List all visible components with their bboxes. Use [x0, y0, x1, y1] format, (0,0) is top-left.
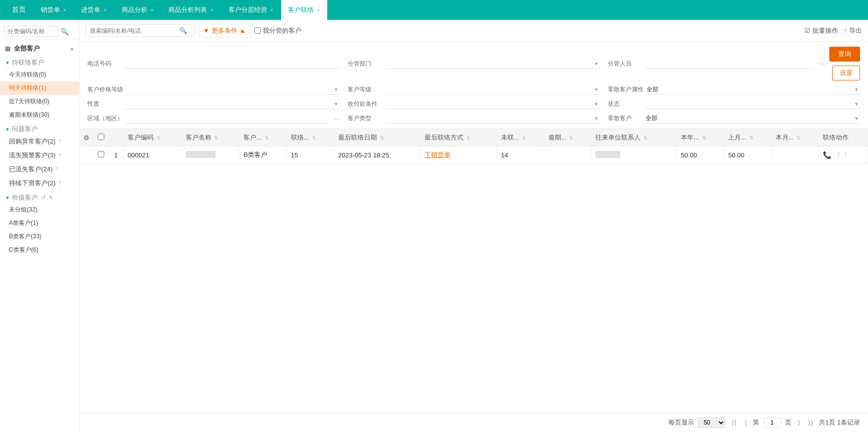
sort-icon-contact-count[interactable]: ⇅ [312, 135, 316, 141]
sidebar-item-warning[interactable]: 流失预警客户(3) ? [0, 148, 79, 162]
search-icon[interactable]: 🔍 [179, 27, 187, 34]
triangle-icon-3: ▼ [5, 195, 10, 201]
filter-select-payment-wrap [385, 99, 600, 109]
nav-close-product-list[interactable]: × [210, 7, 213, 13]
nav-close-sales[interactable]: × [63, 7, 66, 13]
filter-dots-region[interactable]: ··· [334, 115, 340, 123]
filter-retail: 零散客户 全部 [608, 113, 860, 124]
nav-close-product-analysis[interactable]: × [150, 7, 153, 13]
refresh-icon[interactable]: ↺ [41, 194, 46, 201]
sort-icon-this-month[interactable]: ⇅ [796, 135, 800, 141]
filter-select-retail[interactable]: 全部 [646, 113, 860, 124]
nav-close-customer-contact[interactable]: × [317, 7, 320, 13]
filter-select-payment[interactable] [385, 99, 600, 109]
sort-icon-last-date[interactable]: ⇅ [380, 135, 384, 141]
select-all-checkbox[interactable] [98, 134, 104, 140]
sidebar-item-today[interactable]: 今天待联络(0) [0, 68, 79, 81]
top-nav: 首页 销货单 × 进货单 × 商品分析 × 商品分析列表 × 客户分层经营 × … [0, 0, 868, 20]
more-filter-btn[interactable]: ▼ 更多条件 ▲ [199, 24, 250, 38]
row-checkbox[interactable] [98, 151, 104, 157]
prev-page-btn[interactable]: ⟨ [742, 418, 749, 428]
filter-select-nature[interactable] [125, 99, 340, 109]
sidebar-item-classC[interactable]: C类客户(6) [0, 243, 79, 257]
sidebar-item-tomorrow[interactable]: 明天待联络(1) [0, 81, 79, 95]
my-customers-checkbox-label[interactable]: 我分管的客户 [254, 26, 301, 35]
nav-item-product-analysis[interactable]: 商品分析 × [115, 0, 160, 20]
sidebar-item-classB[interactable]: B类客户(33) [0, 230, 79, 243]
filter-panel: 电话号码 分管部门 分管人员 ··· 查询 设置 [79, 42, 868, 129]
all-customers-header[interactable]: ⊞ 全部客户 « [0, 42, 79, 55]
filter-select-cust-type[interactable] [385, 113, 600, 124]
th-contact-count: 联络... ⇅ [287, 129, 334, 146]
sort-icon-code[interactable]: ⇅ [156, 135, 160, 141]
sidebar-item-7days[interactable]: 近7天待联络(0) [0, 95, 79, 108]
help-icon-4: ? [58, 180, 61, 186]
settings-gear-icon[interactable]: ⚙ [83, 134, 89, 142]
filter-input-manager[interactable] [646, 59, 815, 69]
sort-icon-name[interactable]: ⇅ [214, 135, 218, 141]
sort-icon-last-month[interactable]: ⇅ [749, 135, 753, 141]
set-button[interactable]: 设置 [832, 66, 860, 80]
sort-icon-overdue[interactable]: ⇅ [569, 135, 573, 141]
th-un-contact: 未联... ⇅ [497, 129, 544, 146]
sidebar-search-icon[interactable]: 🔍 [61, 28, 69, 35]
page-input[interactable] [763, 418, 781, 428]
filter-dots-manager[interactable]: ··· [820, 60, 826, 68]
th-last-month: 上月... ⇅ [724, 129, 771, 146]
nav-item-purchase[interactable]: 进货单 × [74, 0, 113, 20]
sidebar-search-input[interactable] [4, 26, 59, 37]
nav-item-customer-tier[interactable]: 客户分层经营 × [221, 0, 280, 20]
export-btn[interactable]: ↑ 导出 [844, 26, 863, 35]
filter-select-nature-wrap [125, 99, 340, 109]
filter-label-nature: 性质 [87, 100, 122, 108]
sort-icon-category[interactable]: ⇅ [265, 135, 269, 141]
sidebar-item-declining[interactable]: 持续下滑客户(2) ? [0, 176, 79, 190]
nav-home[interactable]: 首页 [5, 0, 33, 20]
next-page-btn[interactable]: ⟩ [796, 418, 802, 428]
row-settings [79, 146, 94, 164]
nav-close-customer-tier[interactable]: × [270, 7, 273, 13]
batch-op-btn[interactable]: ☑ 批量操作 [804, 26, 838, 35]
th-code: 客户编码 ⇅ [124, 129, 182, 146]
toolbar-right: ☑ 批量操作 ↑ 导出 [804, 26, 863, 35]
nav-item-sales[interactable]: 销货单 × [34, 0, 73, 20]
link-sales-order[interactable]: 下销货单 [425, 151, 450, 158]
main-layout: 🔍 ⊞ 全部客户 « ▼ 待联络客户 今天待联络(0) 明天待联络(1) 近7天… [0, 20, 868, 432]
filter-select-retail-attr[interactable]: 全部 [647, 84, 860, 95]
checkbox-icon: ☑ [804, 27, 810, 34]
filter-payment: 收付款条件 [348, 99, 600, 109]
filter-select-status[interactable] [646, 99, 860, 109]
per-page-select[interactable]: 50 100 200 [698, 417, 725, 428]
filter-input-region[interactable] [126, 113, 329, 124]
query-button[interactable]: 查询 [829, 47, 860, 62]
th-name: 客户名称 ⇅ [181, 129, 239, 146]
page-end-label: 页 [785, 418, 792, 427]
filter-select-cust-level[interactable] [385, 84, 600, 95]
sort-icon-last-method[interactable]: ⇅ [466, 135, 470, 141]
last-page-btn[interactable]: ⟩⟩ [806, 418, 815, 428]
nav-item-customer-contact[interactable]: 客户联络 × [281, 0, 327, 20]
my-customers-checkbox[interactable] [254, 27, 261, 34]
sidebar-item-overdue[interactable]: 逾期未联络(30) [0, 108, 79, 122]
sidebar-item-lost[interactable]: 已流失客户(24) ? [0, 162, 79, 176]
sort-icon-contact-person[interactable]: ⇅ [644, 135, 648, 141]
search-input[interactable] [90, 27, 179, 34]
filter-input-phone[interactable] [125, 59, 340, 69]
filter-select-price[interactable] [126, 84, 340, 95]
action-phone-icon[interactable]: 📞 [823, 151, 831, 159]
sidebar-collapse-icon[interactable]: « [70, 45, 74, 53]
first-page-btn[interactable]: ⟨⟨ [729, 418, 738, 428]
filter-label-payment: 收付款条件 [348, 100, 382, 108]
edit-icon[interactable]: ✎ [49, 194, 54, 201]
filter-select-dept[interactable] [385, 59, 600, 69]
sidebar-item-ungrouped[interactable]: 未分组(32) [0, 203, 79, 216]
sidebar-item-classA[interactable]: A类客户(1) [0, 216, 79, 230]
nav-close-purchase[interactable]: × [103, 7, 106, 13]
sort-icon-this-year[interactable]: ⇅ [702, 135, 706, 141]
action-more-icon[interactable]: ⋮⋮ [835, 151, 849, 159]
query-set-col: 查询 设置 [829, 47, 860, 80]
filter-retail-attr: 零散客户属性 全部 [608, 84, 860, 95]
nav-item-product-list[interactable]: 商品分析列表 × [161, 0, 220, 20]
sidebar-item-abnormal[interactable]: 回购异常客户(2) ? [0, 135, 79, 148]
sort-icon-un-contact[interactable]: ⇅ [522, 135, 526, 141]
